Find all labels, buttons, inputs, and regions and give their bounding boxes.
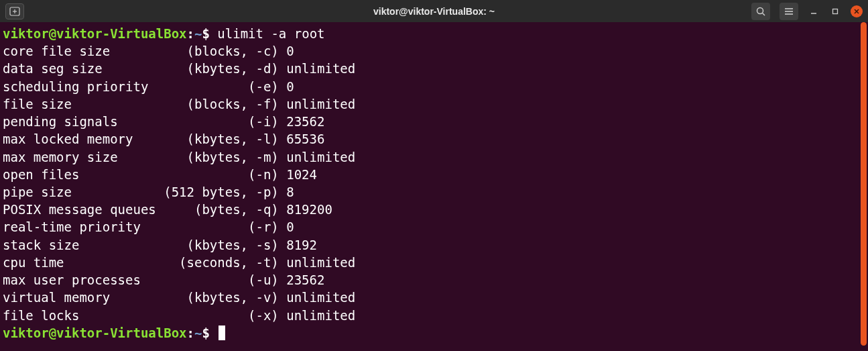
svg-point-3	[757, 7, 763, 13]
maximize-icon	[832, 8, 839, 15]
scrollbar-thumb[interactable]	[861, 22, 867, 346]
titlebar-left	[5, 3, 24, 19]
window-title: viktor@viktor-VirtualBox: ~	[373, 6, 495, 17]
terminal-cursor	[219, 325, 225, 340]
svg-line-4	[763, 13, 765, 15]
command-text: ulimit -a root	[210, 26, 325, 41]
ulimit-output: core file size (blocks, -c) 0 data seg s…	[3, 44, 355, 322]
prompt-symbol: $	[202, 26, 209, 41]
prompt-colon: :	[187, 26, 194, 41]
prompt-symbol-2: $	[202, 325, 209, 340]
minimize-icon	[810, 8, 817, 15]
search-icon	[756, 7, 765, 16]
hamburger-icon	[784, 7, 794, 15]
new-tab-icon	[9, 7, 20, 16]
window-titlebar: viktor@viktor-VirtualBox: ~	[0, 0, 868, 22]
prompt-path-2: ~	[194, 325, 202, 340]
new-tab-button[interactable]	[5, 3, 24, 19]
prompt-colon-2: :	[187, 325, 194, 340]
prompt-path: ~	[194, 26, 202, 41]
titlebar-right	[751, 3, 863, 20]
close-icon	[853, 8, 860, 15]
maximize-button[interactable]	[829, 5, 841, 17]
minimize-button[interactable]	[808, 5, 820, 17]
prompt-user-host-2: viktor@viktor-VirtualBox	[3, 325, 187, 340]
terminal-output[interactable]: viktor@viktor-VirtualBox:~$ ulimit -a ro…	[0, 22, 868, 351]
menu-button[interactable]	[780, 3, 798, 20]
prompt-user-host: viktor@viktor-VirtualBox	[3, 26, 187, 41]
search-button[interactable]	[751, 3, 770, 20]
close-button[interactable]	[851, 5, 863, 17]
svg-rect-9	[833, 9, 838, 13]
